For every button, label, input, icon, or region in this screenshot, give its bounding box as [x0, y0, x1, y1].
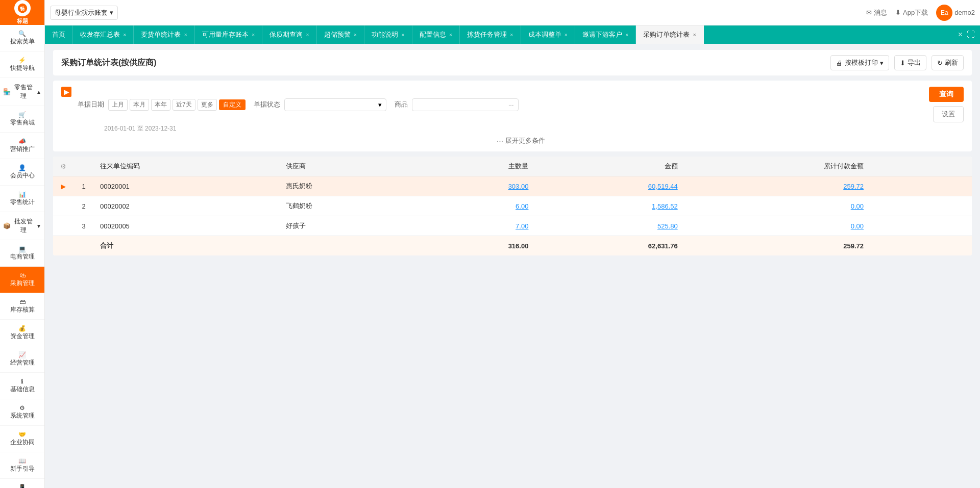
tab-expiry-query[interactable]: 保质期查询 ×	[262, 25, 316, 44]
tab-function-desc[interactable]: 功能说明 ×	[364, 25, 412, 44]
tab-order-summary[interactable]: 要货单统计表 ×	[134, 25, 194, 44]
inventory-icon: 🗃	[3, 298, 41, 305]
sidebar-item-retail-stat[interactable]: 📊 零售统计	[0, 186, 44, 212]
tab-close-icon[interactable]: ×	[252, 32, 255, 38]
settings-btn[interactable]: 设置	[933, 106, 964, 122]
user-menu[interactable]: Ea demo2	[936, 5, 975, 21]
sidebar-item-basic-info[interactable]: ℹ 基础信息	[0, 373, 44, 399]
filter-area: ▶ 单据日期 上月 本月 本年 近7天 更多 自定义	[53, 81, 972, 151]
sidebar-item-label: 营销推广	[3, 145, 41, 153]
expand-more-btn[interactable]: ⋯ 展开更多条件	[78, 136, 964, 145]
tab-home[interactable]: 首页	[45, 25, 73, 44]
date-btn-more[interactable]: 更多	[198, 99, 217, 111]
page-content: 采购订单统计表(按供应商) 🖨 按模板打印 ▾ ⬇ 导出 ↻ 刷新	[45, 44, 980, 488]
sidebar-item-purchase[interactable]: 🛍 采购管理	[0, 267, 44, 293]
td-amount[interactable]: 525.80	[534, 216, 683, 236]
tab-purchase-summary[interactable]: 采购订单统计表 ×	[636, 25, 703, 44]
td-paid-amount[interactable]: 0.00	[684, 216, 870, 236]
date-btn-this-month[interactable]: 本月	[130, 99, 149, 111]
message-btn[interactable]: ✉ 消息	[866, 8, 887, 17]
tab-invite-downstream[interactable]: 邀请下游客户 ×	[575, 25, 636, 44]
chevron-down-icon: ▼	[36, 223, 41, 229]
status-select[interactable]: ▾	[284, 98, 386, 111]
sidebar-item-retail[interactable]: 🏪 零售管理 ▲	[0, 78, 44, 106]
goods-filter-label: 商品	[395, 100, 408, 109]
td-amount[interactable]: 1,586.52	[534, 196, 683, 216]
sidebar-item-member[interactable]: 👤 会员中心	[0, 159, 44, 186]
ellipsis-icon[interactable]: ···	[508, 101, 514, 109]
tab-close-icon[interactable]: ×	[510, 32, 513, 38]
tab-close-icon[interactable]: ×	[625, 32, 628, 38]
sidebar-item-search[interactable]: 🔍 搜索英单	[0, 25, 44, 52]
table-row: ▶ 1 00020001 惠氏奶粉 303.00 60,519.44 259.7…	[53, 176, 972, 196]
date-btn-7days[interactable]: 近7天	[173, 99, 195, 111]
td-extra	[870, 196, 972, 216]
main-content: 母婴行业演示账套 ▾ ✉ 消息 ⬇ App下载 Ea demo2 首页	[45, 0, 980, 488]
sidebar-item-ecommerce[interactable]: 💻 电商管理	[0, 240, 44, 267]
tab-receive-summary[interactable]: 收发存汇总表 ×	[73, 25, 134, 44]
date-btn-last-month[interactable]: 上月	[108, 99, 128, 111]
sidebar-item-system[interactable]: ⚙ 系统管理	[0, 399, 44, 426]
sidebar-item-business[interactable]: 📈 经营管理	[0, 346, 44, 373]
ecommerce-icon: 💻	[3, 245, 41, 252]
maximize-btn[interactable]: ⛶	[967, 30, 975, 39]
account-dropdown[interactable]: 母婴行业演示账套 ▾	[50, 6, 118, 20]
tab-close-icon[interactable]: ×	[565, 32, 568, 38]
tab-close-icon[interactable]: ×	[184, 32, 187, 38]
app-icon: 📱	[3, 484, 41, 488]
sidebar-item-wholesale[interactable]: 📦 批发管理 ▼	[0, 212, 44, 240]
tab-close-icon[interactable]: ×	[401, 32, 404, 38]
logo-icon: 畅	[14, 0, 31, 16]
btn-export-label: 导出	[908, 58, 921, 67]
sidebar-item-finance[interactable]: 💰 资金管理	[0, 320, 44, 346]
td-main-qty[interactable]: 6.00	[419, 196, 535, 216]
sidebar-item-inventory[interactable]: 🗃 库存核算	[0, 293, 44, 320]
wholesale-icon: 📦	[3, 222, 11, 229]
tab-overstock-warning[interactable]: 超储预警 ×	[317, 25, 364, 44]
td-paid-amount[interactable]: 259.72	[684, 176, 870, 196]
tab-close-icon[interactable]: ×	[693, 32, 696, 38]
sidebar-item-new-guide[interactable]: 📖 新手引导	[0, 452, 44, 479]
expand-row-icon[interactable]: ▶	[61, 183, 66, 190]
app-download-btn[interactable]: ⬇ App下载	[895, 8, 928, 17]
td-unit-code: 00020002	[94, 196, 280, 216]
tab-close-icon[interactable]: ×	[354, 32, 357, 38]
tab-config-info[interactable]: 配置信息 ×	[412, 25, 460, 44]
th-empty	[870, 157, 972, 176]
retail-icon: 🏪	[3, 88, 11, 95]
settings-icon[interactable]: ⚙	[60, 163, 66, 170]
sidebar-item-app-center[interactable]: 📱 应用中心	[0, 479, 44, 488]
app-download-label: App下载	[903, 8, 928, 17]
td-paid-amount[interactable]: 0.00	[684, 196, 870, 216]
tab-close-icon[interactable]: ×	[123, 32, 126, 38]
sidebar-item-label: 搜索英单	[3, 37, 41, 46]
sidebar-item-quick-nav[interactable]: ⚡ 快捷导航	[0, 52, 44, 78]
tab-pick-task[interactable]: 拣货任务管理 ×	[460, 25, 521, 44]
template-print-btn[interactable]: 🖨 按模板打印 ▾	[830, 55, 889, 70]
sidebar-item-marketing[interactable]: 📣 营销推广	[0, 133, 44, 159]
td-amount[interactable]: 60,519.44	[534, 176, 683, 196]
sidebar-item-retail-shop[interactable]: 🛒 零售商城	[0, 106, 44, 133]
td-no: 2	[74, 196, 94, 216]
print-icon: 🖨	[836, 59, 843, 67]
export-btn[interactable]: ⬇ 导出	[894, 55, 926, 70]
sidebar-item-label: 会员中心	[3, 171, 41, 180]
query-btn[interactable]: 查询	[929, 87, 964, 102]
td-main-qty[interactable]: 303.00	[419, 176, 535, 196]
date-btn-this-year[interactable]: 本年	[151, 99, 170, 111]
td-main-qty[interactable]: 7.00	[419, 216, 535, 236]
tab-cost-adjust[interactable]: 成本调整单 ×	[521, 25, 575, 44]
tab-close-icon[interactable]: ×	[306, 32, 309, 38]
close-all-tabs-btn[interactable]: ×	[958, 30, 963, 39]
tabbar-actions: × ⛶	[953, 30, 980, 39]
tab-close-icon[interactable]: ×	[449, 32, 452, 38]
th-no	[74, 157, 94, 176]
refresh-btn[interactable]: ↻ 刷新	[932, 55, 964, 70]
tabbar: 首页 收发存汇总表 × 要货单统计表 × 可用量库存账本 × 保质期查询 × 超…	[45, 25, 980, 44]
sidebar-item-cooperation[interactable]: 🤝 企业协同	[0, 426, 44, 452]
refresh-icon: ↻	[937, 59, 943, 67]
tab-available-stock[interactable]: 可用量库存账本 ×	[195, 25, 262, 44]
filter-toggle-btn[interactable]: ▶	[61, 87, 71, 97]
business-icon: 📈	[3, 351, 41, 358]
goods-input[interactable]	[416, 101, 508, 109]
